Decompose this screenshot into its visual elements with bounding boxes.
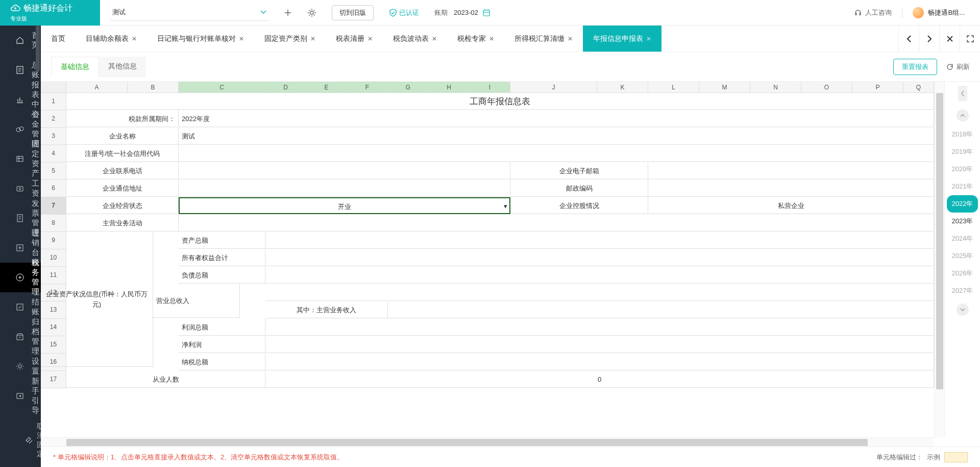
row-header[interactable]: 3 (41, 128, 66, 145)
cell[interactable]: 税款所属期间： (66, 110, 179, 127)
tabs-next-button[interactable] (919, 26, 939, 52)
row-header[interactable]: 17 (41, 371, 66, 388)
cell[interactable] (179, 145, 934, 162)
year-option[interactable]: 2026年 (947, 265, 978, 282)
close-all-tabs-button[interactable] (939, 26, 960, 52)
sidebar-item-home[interactable]: 首页 (0, 26, 41, 55)
year-option[interactable]: 2019年 (947, 143, 978, 160)
cell[interactable]: 0 (265, 371, 934, 388)
cell[interactable]: 企业电子邮箱 (510, 162, 648, 179)
tab[interactable]: 年报信息申报表✕ (583, 26, 662, 52)
cell[interactable] (388, 301, 934, 318)
cell[interactable]: 营业总收入 (153, 284, 240, 318)
column-header[interactable]: E (306, 82, 347, 93)
tabs-prev-button[interactable] (898, 26, 919, 52)
column-header[interactable]: L (648, 82, 699, 93)
column-header[interactable]: I (470, 82, 510, 93)
add-icon[interactable] (284, 9, 292, 17)
cell[interactable] (265, 319, 934, 336)
column-header[interactable]: B (128, 82, 179, 93)
horizontal-scrollbar[interactable] (41, 437, 934, 447)
cell[interactable] (179, 180, 510, 197)
row-header[interactable]: 4 (41, 145, 66, 162)
tab[interactable]: 日记账与银行对账单核对✕ (147, 26, 254, 52)
sidebar-item-archive[interactable]: 归档管理 (0, 322, 41, 352)
cell[interactable]: 企业通信地址 (66, 180, 179, 197)
cell[interactable] (648, 180, 934, 197)
cell[interactable] (179, 215, 934, 231)
cell[interactable] (265, 267, 934, 284)
cell[interactable]: 资产总额 (179, 232, 265, 249)
column-header[interactable]: H (429, 82, 470, 93)
column-header[interactable]: G (388, 82, 429, 93)
cell[interactable]: 利润总额 (179, 319, 265, 336)
switch-old-button[interactable]: 切到旧版 (332, 5, 374, 20)
tab[interactable]: 首页 (41, 26, 76, 52)
cell[interactable]: 企业名称 (66, 128, 179, 145)
column-header[interactable]: D (265, 82, 306, 93)
cell[interactable] (265, 284, 934, 301)
row-header[interactable]: 5 (41, 162, 66, 180)
user-menu[interactable]: 畅捷通B组... (913, 7, 965, 18)
cell[interactable]: 企业控股情况 (510, 197, 648, 214)
fullscreen-button[interactable] (960, 26, 980, 52)
tab[interactable]: 所得税汇算清缴✕ (504, 26, 583, 52)
row-header[interactable]: 1 (41, 93, 66, 110)
column-header[interactable]: C (179, 82, 265, 93)
vertical-scrollbar[interactable] (934, 82, 944, 437)
cell[interactable]: 企业联系电话 (66, 162, 179, 179)
row-header[interactable]: 6 (41, 180, 66, 197)
close-icon[interactable]: ✕ (568, 35, 573, 42)
year-down-button[interactable] (957, 303, 969, 316)
cell[interactable]: 注册号/统一社会信用代码 (66, 145, 179, 162)
year-option[interactable]: 2025年 (947, 247, 978, 265)
cell[interactable]: 其中：主营业务收入 (265, 301, 388, 318)
year-up-button[interactable] (957, 109, 969, 122)
column-header[interactable]: M (699, 82, 750, 93)
cell[interactable] (265, 354, 934, 370)
year-option[interactable]: 2022年 (947, 195, 978, 213)
cell[interactable]: 纳税总额 (179, 354, 265, 370)
column-header[interactable]: F (347, 82, 388, 93)
subtab-other[interactable]: 其他信息 (99, 57, 146, 77)
column-header[interactable]: K (597, 82, 648, 93)
refresh-button[interactable]: 刷新 (946, 62, 970, 72)
sidebar-item-asset[interactable]: 固定资产 (0, 144, 41, 174)
row-header[interactable]: 8 (41, 215, 66, 232)
cell[interactable]: 2022年度 (179, 110, 934, 127)
scrollbar-thumb[interactable] (36, 26, 40, 72)
column-header[interactable]: Q (903, 82, 934, 93)
cell[interactable]: 负债总额 (179, 267, 265, 284)
scrollbar-thumb[interactable] (66, 439, 868, 446)
close-icon[interactable]: ✕ (368, 35, 373, 42)
cell[interactable] (179, 162, 510, 179)
consult-button[interactable]: 人工咨询 (854, 8, 892, 17)
year-option[interactable]: 2021年 (947, 178, 978, 195)
sidebar-item-guide[interactable]: 新手引导 (0, 381, 41, 411)
close-icon[interactable]: ✕ (132, 35, 137, 42)
scrollbar-thumb[interactable] (936, 93, 943, 389)
cell[interactable]: 邮政编码 (510, 180, 648, 197)
cell[interactable] (265, 249, 934, 266)
select-all-corner[interactable] (41, 82, 66, 93)
column-header[interactable]: N (750, 82, 801, 93)
column-header[interactable]: J (510, 82, 597, 93)
row-header[interactable]: 7 (41, 197, 66, 215)
tab[interactable]: 目辅助余额表✕ (76, 26, 147, 52)
close-icon[interactable]: ✕ (310, 35, 315, 42)
column-header[interactable]: O (801, 82, 852, 93)
cell[interactable]: 净利润 (179, 336, 265, 353)
tab[interactable]: 税表清册✕ (326, 26, 383, 52)
cell[interactable] (265, 232, 934, 249)
subtab-basic[interactable]: 基础信息 (51, 57, 99, 77)
cell[interactable]: 测试 (179, 128, 934, 145)
cell[interactable]: 企业经营状态 (66, 197, 179, 214)
company-selector[interactable]: 测试 (110, 5, 268, 21)
close-icon[interactable]: ✕ (489, 35, 494, 42)
year-option[interactable]: 2023年 (947, 213, 978, 230)
unpin-button[interactable]: 取消固定 (26, 422, 41, 459)
sidebar-item-tax[interactable]: 税务管理 (0, 263, 41, 292)
tab[interactable]: 税检专家✕ (447, 26, 504, 52)
year-option[interactable]: 2024年 (947, 230, 978, 247)
cell[interactable]: 主营业务活动 (66, 215, 179, 231)
